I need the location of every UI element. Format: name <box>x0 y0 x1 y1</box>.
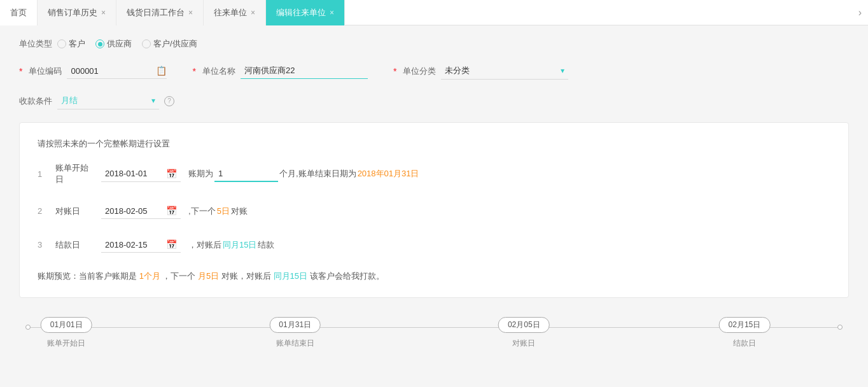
timeline-start-dot <box>25 325 31 330</box>
tab-daily-work-close[interactable]: × <box>188 9 193 17</box>
unit-category-select[interactable]: 未分类 ▾ <box>441 62 568 80</box>
payment-suffix: 结款 <box>258 239 274 251</box>
tab-sales-history[interactable]: 销售订单历史 × <box>38 0 116 25</box>
recon-date-input[interactable] <box>105 206 162 216</box>
radio-customer-circle <box>57 39 66 48</box>
timeline-track: 01月01日 账单开始日 01月31日 账单结束日 02月05日 对账日 02月… <box>25 317 843 355</box>
payment-group: 收款条件 月结 ▾ ? <box>19 92 174 109</box>
row-label-1: 账单开始日 <box>55 162 94 185</box>
settings-title: 请按照未来的一个完整帐期进行设置 <box>38 138 830 150</box>
radio-customer-label: 客户 <box>69 38 85 50</box>
tab-home[interactable]: 首页 <box>0 0 38 25</box>
period-prefix: 账期为 <box>188 168 213 179</box>
unit-category-value: 未分类 <box>445 65 558 76</box>
preview-period: 1个月 <box>139 271 160 281</box>
payment-help-icon[interactable]: ? <box>164 96 174 106</box>
row-desc-2: ,下一个 5日 对账 <box>188 206 248 217</box>
start-date-input[interactable] <box>105 169 162 178</box>
timeline-node-2: 01月31日 账单结束日 <box>269 317 321 349</box>
timeline-node-1: 01月01日 账单开始日 <box>41 317 92 349</box>
node-sub-2: 账单结束日 <box>276 338 314 349</box>
row-number-3: 3 <box>38 240 48 250</box>
preview-mid2: 对账，对账后 <box>221 271 271 281</box>
payment-date-calendar-icon[interactable]: 📅 <box>166 239 177 250</box>
timeline-node-4: 02月15日 结款日 <box>719 317 771 349</box>
payment-prefix: ，对账后 <box>188 239 221 251</box>
payment-arrow: ▾ <box>151 96 155 105</box>
unit-code-group: * 单位编码 📋 <box>19 64 167 79</box>
recon-suffix: 对账 <box>231 206 248 217</box>
radio-supplier-label: 供应商 <box>107 38 132 50</box>
row-number-1: 1 <box>38 169 48 179</box>
tab-home-label: 首页 <box>10 7 27 18</box>
preview-payment-day: 同月15日 <box>274 271 307 281</box>
tab-scroll-right[interactable]: › <box>852 7 868 18</box>
radio-both[interactable]: 客户/供应商 <box>142 38 197 50</box>
recon-date-calendar-icon[interactable]: 📅 <box>166 206 177 216</box>
tab-partners[interactable]: 往来单位 × <box>204 0 266 25</box>
main-content: 单位类型 客户 供应商 客户/供应商 * 单位编码 <box>0 25 868 387</box>
tab-sales-history-close[interactable]: × <box>101 9 106 17</box>
payment-date-input-wrap: 📅 <box>101 237 181 253</box>
settings-box: 请按照未来的一个完整帐期进行设置 1 账单开始日 📅 账期为 个月,账单结束日期… <box>19 122 849 298</box>
radio-both-label: 客户/供应商 <box>153 38 197 50</box>
node-pill-4: 02月15日 <box>719 317 771 333</box>
period-suffix: 个月,账单结束日期为 <box>279 168 356 179</box>
end-date-highlight: 2018年01月31日 <box>358 168 419 179</box>
tab-daily-work[interactable]: 钱货日清工作台 × <box>116 0 204 25</box>
payment-day-highlight: 同月15日 <box>223 239 256 251</box>
tab-daily-work-label: 钱货日清工作台 <box>127 7 185 18</box>
unit-type-row: 单位类型 客户 供应商 客户/供应商 <box>19 38 849 50</box>
payment-label: 收款条件 <box>19 95 52 107</box>
unit-info-row: * 单位编码 📋 * 单位名称 * 单位分类 未分类 ▾ <box>19 62 849 80</box>
unit-category-label: 单位分类 <box>403 66 436 77</box>
tab-sales-history-label: 销售订单历史 <box>48 7 97 18</box>
tab-bar: 首页 销售订单历史 × 钱货日清工作台 × 往来单位 × 编辑往来单位 × › <box>0 0 868 25</box>
node-sub-1: 账单开始日 <box>47 338 85 349</box>
setting-row-2: 2 对账日 📅 ,下一个 5日 对账 <box>38 203 830 219</box>
tab-edit-partner[interactable]: 编辑往来单位 × <box>266 0 345 25</box>
unit-name-group: * 单位名称 <box>192 64 367 79</box>
copy-icon[interactable]: 📋 <box>156 66 167 76</box>
preview-recon-day: 月5日 <box>198 271 219 281</box>
row-label-2: 对账日 <box>55 206 94 217</box>
radio-both-circle <box>142 39 151 48</box>
unit-code-star: * <box>19 66 22 76</box>
node-pill-3: 02月05日 <box>498 317 550 333</box>
unit-type-label: 单位类型 <box>19 38 52 50</box>
tab-partners-close[interactable]: × <box>251 9 255 17</box>
timeline-node-3: 02月05日 对账日 <box>498 317 550 349</box>
unit-name-input[interactable] <box>241 64 368 79</box>
unit-category-arrow: ▾ <box>561 66 564 75</box>
node-pill-1: 01月01日 <box>41 317 92 333</box>
payment-select[interactable]: 月结 ▾ <box>57 92 159 109</box>
radio-customer[interactable]: 客户 <box>57 38 85 50</box>
timeline-section: 01月01日 账单开始日 01月31日 账单结束日 02月05日 对账日 02月… <box>19 317 849 355</box>
preview-mid1: ，下一个 <box>162 271 195 281</box>
row-desc-1: 账期为 个月,账单结束日期为 2018年01月31日 <box>188 166 419 182</box>
payment-date-input[interactable] <box>105 240 162 250</box>
unit-category-star: * <box>393 66 396 76</box>
row-label-3: 结款日 <box>55 239 94 251</box>
tab-edit-partner-close[interactable]: × <box>330 9 334 17</box>
period-input[interactable] <box>214 166 278 182</box>
unit-code-input[interactable] <box>67 64 156 78</box>
start-date-calendar-icon[interactable]: 📅 <box>166 169 177 179</box>
unit-type-group: 单位类型 客户 供应商 客户/供应商 <box>19 38 197 50</box>
unit-name-star: * <box>192 66 195 76</box>
row-desc-3: ，对账后 同月15日 结款 <box>188 239 274 251</box>
preview-suffix: 该客户会给我打款。 <box>310 271 384 281</box>
recon-day-highlight: 5日 <box>217 206 230 217</box>
unit-category-group: * 单位分类 未分类 ▾ <box>393 62 568 80</box>
row-number-2: 2 <box>38 206 48 216</box>
recon-date-input-wrap: 📅 <box>101 203 181 219</box>
payment-row: 收款条件 月结 ▾ ? <box>19 92 849 109</box>
radio-supplier-circle <box>95 39 104 48</box>
setting-row-3: 3 结款日 📅 ，对账后 同月15日 结款 <box>38 237 830 253</box>
tab-edit-partner-label: 编辑往来单位 <box>276 7 326 18</box>
preview-prefix: 账期预览：当前客户账期是 <box>38 271 137 281</box>
node-pill-2: 01月31日 <box>269 317 321 333</box>
radio-supplier[interactable]: 供应商 <box>95 38 132 50</box>
tab-partners-label: 往来单位 <box>214 7 247 18</box>
unit-code-label: 单位编码 <box>29 66 62 77</box>
